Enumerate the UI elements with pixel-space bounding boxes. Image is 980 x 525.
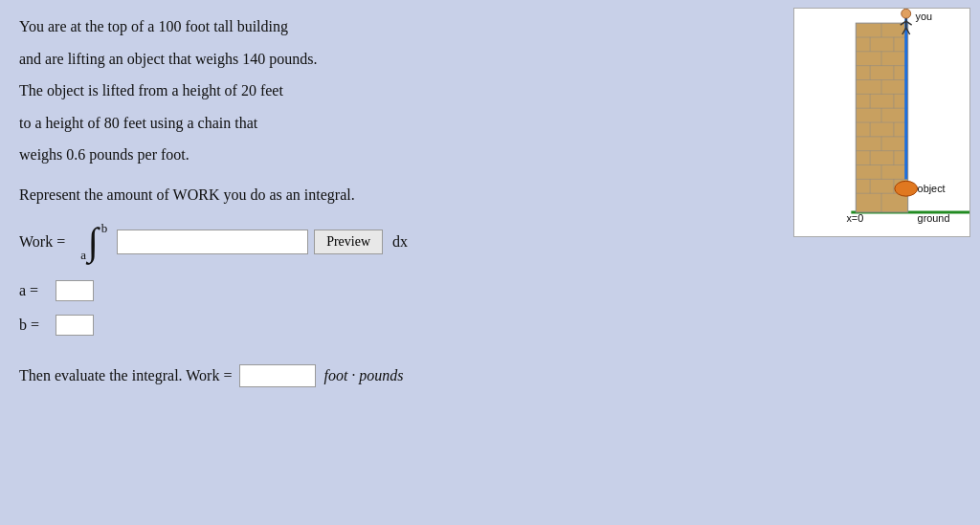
svg-text:ground: ground: [918, 212, 950, 224]
integral-symbol: b ∫ a: [78, 223, 107, 261]
svg-point-35: [895, 181, 918, 196]
a-bound-row: a =: [19, 280, 746, 301]
preview-button[interactable]: Preview: [314, 230, 383, 254]
b-input[interactable]: [56, 315, 94, 336]
problem-line-1: You are at the top of a 100 foot tall bu…: [19, 14, 746, 39]
evaluate-text: Then evaluate the integral. Work =: [19, 367, 232, 384]
problem-line-2: and are lifting an object that weighs 14…: [19, 47, 746, 72]
problem-line-4: to a height of 80 feet using a chain tha…: [19, 111, 746, 136]
problem-line-5: weighs 0.6 pounds per foot.: [19, 142, 746, 167]
b-bound-row: b =: [19, 315, 746, 336]
represent-text: Represent the amount of WORK you do as a…: [19, 186, 746, 204]
diagram-svg: you object ground x=0: [794, 9, 969, 236]
evaluate-row: Then evaluate the integral. Work = foot …: [19, 364, 746, 387]
evaluate-input[interactable]: [239, 364, 316, 387]
work-integral-row: Work = b ∫ a Preview dx: [19, 223, 746, 261]
b-label: b =: [19, 317, 48, 334]
integral-sub: a: [80, 248, 86, 263]
work-label: Work =: [19, 233, 65, 251]
integrand-input[interactable]: [117, 230, 308, 254]
unit-label: foot · pounds: [323, 367, 403, 384]
integral-sign: ∫: [88, 223, 99, 261]
svg-point-36: [902, 9, 911, 18]
svg-text:you: you: [916, 11, 933, 22]
integral-sup: b: [101, 221, 108, 236]
a-input[interactable]: [56, 280, 94, 301]
svg-text:x=0: x=0: [846, 212, 863, 224]
building-diagram: you object ground x=0: [793, 8, 970, 237]
problem-line-3: The object is lifted from a height of 20…: [19, 78, 746, 103]
svg-text:object: object: [918, 183, 946, 194]
dx-label: dx: [392, 233, 408, 251]
a-label: a =: [19, 282, 48, 299]
